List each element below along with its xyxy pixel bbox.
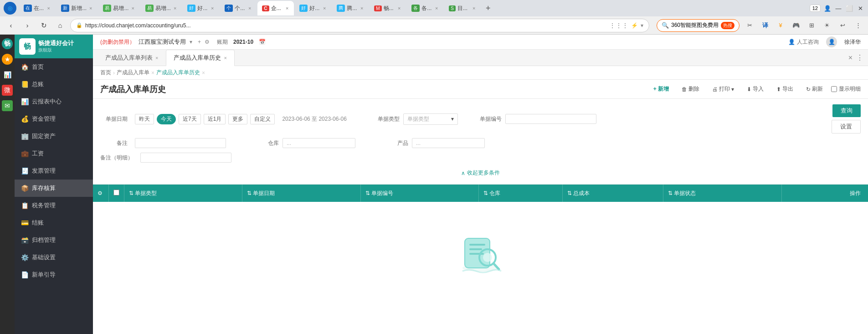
tab-9[interactable]: 腾 腾... × [332, 1, 369, 15]
tab-5[interactable]: 好 好... × [183, 1, 219, 15]
tab-10-close[interactable]: × [397, 5, 401, 12]
undo-icon[interactable]: ↩ [837, 20, 848, 31]
tab-list[interactable]: 产成品入库单列表 × [98, 50, 166, 66]
add-button[interactable]: + 新增 [649, 83, 673, 95]
remark-detail-input[interactable] [140, 153, 231, 163]
delete-button[interactable]: 🗑 删除 [677, 83, 704, 95]
tab-8[interactable]: 好 好... × [295, 1, 331, 15]
doc-type-select[interactable]: 单据类型 ▾ [403, 113, 458, 125]
tab-7-active[interactable]: C 企... × [257, 1, 294, 15]
tab-2[interactable]: 新 新增... × [56, 1, 98, 15]
tab-11[interactable]: 各 各... × [407, 1, 443, 15]
th-gear[interactable]: ⚙ [93, 185, 108, 202]
breadcrumb-home[interactable]: 首页 [100, 69, 111, 77]
home-button[interactable]: ⌂ [54, 19, 67, 32]
collapse-button[interactable]: ∧ 收起更多条件 [100, 167, 861, 179]
tab-history[interactable]: 产成品入库单历史 × [166, 50, 234, 66]
translate-icon[interactable]: 译 [760, 20, 770, 31]
profile-icon[interactable]: 👤 [823, 4, 832, 12]
th-doc-date[interactable]: ⇅ 单据日期 [242, 185, 361, 202]
rail-icon-star[interactable]: ★ [2, 54, 13, 65]
sidebar-item-payroll[interactable]: 💼 工资 [15, 145, 93, 162]
th-doc-no[interactable]: ⇅ 单据编号 [360, 185, 479, 202]
tab-close-icon[interactable]: × [848, 54, 853, 62]
print-button[interactable]: 🖨 打印 ▾ [708, 83, 739, 95]
show-detail-label[interactable]: 显示明细 [831, 85, 861, 93]
refresh-button[interactable]: ↻ [37, 19, 50, 32]
sidebar-item-finance[interactable]: 💰 资金管理 [15, 110, 93, 128]
currency-icon[interactable]: ¥ [775, 20, 786, 31]
th-warehouse[interactable]: ⇅ 仓库 [479, 185, 563, 202]
date-btn-today[interactable]: 今天 [157, 114, 176, 124]
date-btn-7days[interactable]: 近7天 [179, 114, 201, 124]
forward-button[interactable]: › [21, 19, 34, 32]
date-btn-1month[interactable]: 近1月 [204, 114, 226, 124]
product-select[interactable]: ... [412, 138, 485, 148]
tab-8-close[interactable]: × [322, 5, 327, 12]
tab-12[interactable]: S 目... × [444, 1, 481, 15]
user-name[interactable]: 徐泽华 [844, 38, 861, 46]
settings-btn[interactable]: ⚙ [205, 39, 210, 45]
tab-1-close[interactable]: × [46, 5, 51, 12]
tab-12-close[interactable]: × [472, 5, 476, 12]
tab-history-close[interactable]: × [224, 55, 226, 61]
company-dropdown[interactable]: ▾ [190, 39, 192, 45]
tab-7-close[interactable]: × [285, 5, 289, 12]
gamepad-icon[interactable]: 🎮 [791, 20, 801, 31]
sidebar-item-tax[interactable]: 📋 税务管理 [15, 197, 93, 214]
rail-icon-weibo[interactable]: 微 [2, 85, 13, 96]
setting-button[interactable]: 设置 [832, 120, 861, 134]
calendar-icon[interactable]: 📅 [259, 39, 266, 45]
th-doc-type[interactable]: ⇅ 单据类型 [124, 185, 242, 202]
back-button[interactable]: ‹ [5, 19, 17, 32]
remark-input[interactable] [135, 138, 226, 148]
sidebar-item-ledger[interactable]: 📒 总账 [15, 76, 93, 93]
tab-4[interactable]: 易 易增... × [141, 1, 182, 15]
grid-icon[interactable]: ⊞ [806, 20, 817, 31]
doc-no-input[interactable] [505, 114, 596, 124]
query-button[interactable]: 查询 [832, 104, 861, 117]
new-tab-button[interactable]: + [482, 2, 494, 15]
tab-3[interactable]: 易 易增... × [98, 1, 139, 15]
sun-icon[interactable]: ☀ [822, 20, 832, 31]
sidebar-item-settlement[interactable]: 💳 结账 [15, 214, 93, 231]
rail-icon-chanjet[interactable]: 畅 [2, 38, 13, 49]
refresh-button[interactable]: ↻ 刷新 [801, 83, 827, 95]
sidebar-item-invoice[interactable]: 🧾 发票管理 [15, 162, 93, 180]
tab-6-close[interactable]: × [247, 5, 252, 12]
dropdown-arrow[interactable]: ▾ [641, 22, 643, 29]
browser-menu-icon[interactable]: ⋮⋮⋮ [609, 22, 628, 29]
tab-11-close[interactable]: × [434, 5, 439, 12]
browser-nav-icon[interactable]: ◎ [4, 2, 16, 15]
more-icon[interactable]: ⋮ [853, 20, 863, 31]
date-btn-yesterday[interactable]: 昨天 [135, 114, 154, 124]
tab-3-close[interactable]: × [130, 5, 135, 12]
th-doc-status[interactable]: ⇅ 单据状态 [663, 185, 782, 202]
th-total-cost[interactable]: ⇅ 总成本 [562, 185, 663, 202]
tab-more-icon[interactable]: ⋮ [856, 53, 863, 62]
scissors-icon[interactable]: ✂ [744, 20, 755, 31]
user-service-btn[interactable]: 👤 人工咨询 [788, 38, 819, 46]
export-button[interactable]: ⬆ 导出 [772, 83, 798, 95]
tab-4-close[interactable]: × [173, 5, 177, 12]
print-dropdown-arrow[interactable]: ▾ [731, 86, 734, 92]
show-detail-checkbox[interactable] [831, 86, 837, 92]
search-bar-360[interactable]: 🔍 360智能抠图免费用 热搜 [657, 19, 740, 32]
tab-10[interactable]: M 畅... × [370, 1, 406, 15]
date-btn-custom[interactable]: 自定义 [250, 114, 275, 124]
date-btn-more[interactable]: 更多 [228, 114, 247, 124]
warehouse-select[interactable]: ... [282, 138, 355, 148]
url-bar[interactable]: 🔒 https://cloud.chanjet.com/accounting/u… [70, 19, 649, 32]
tab-6[interactable]: 个 个... × [220, 1, 257, 15]
tab-2-close[interactable]: × [88, 5, 93, 12]
lightning-icon[interactable]: ⚡ [631, 22, 638, 29]
th-checkbox[interactable] [108, 185, 124, 202]
tab-5-close[interactable]: × [210, 5, 215, 12]
sidebar-item-newdoc[interactable]: 📄 新单引导 [15, 266, 93, 283]
rail-icon-mail[interactable]: ✉ [2, 100, 13, 111]
add-company-btn[interactable]: + [198, 39, 201, 45]
sidebar-item-assets[interactable]: 🏢 固定资产 [15, 128, 93, 145]
breadcrumb-parent[interactable]: 产成品入库单 [117, 69, 149, 77]
sidebar-item-report[interactable]: 📊 云报表中心 [15, 93, 93, 110]
rail-icon-report[interactable]: 📊 [2, 69, 13, 80]
